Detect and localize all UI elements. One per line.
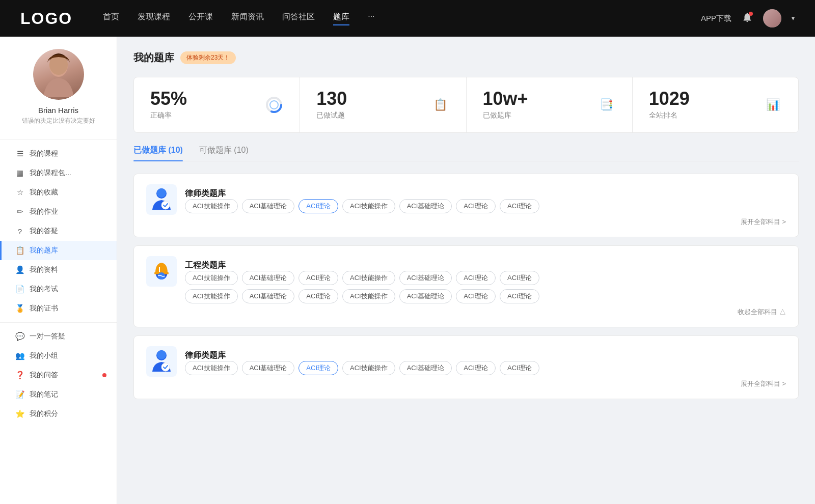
- nav-right: APP下载 ▾: [701, 9, 795, 27]
- star-icon: ☆: [15, 188, 24, 197]
- sidebar-item-qbank[interactable]: 📋 我的题库: [0, 241, 117, 260]
- tag-active[interactable]: ACI理论: [298, 199, 338, 213]
- page-header: 我的题库 体验剩余23天！: [133, 51, 799, 65]
- nav-home[interactable]: 首页: [103, 12, 119, 25]
- trial-badge: 体验剩余23天！: [180, 51, 236, 64]
- tag[interactable]: ACI技能操作: [342, 199, 395, 213]
- tag[interactable]: ACI理论: [456, 361, 496, 375]
- collapse-engineering[interactable]: 收起全部科目 △: [185, 307, 786, 317]
- sidebar-item-one-on-one[interactable]: 💬 一对一答疑: [0, 327, 117, 346]
- group-icon: 👥: [15, 351, 24, 360]
- tag[interactable]: ACI技能操作: [185, 361, 238, 375]
- sidebar-item-homework[interactable]: ✏ 我的作业: [0, 202, 117, 221]
- qbank-engineering-tags-row2: ACI技能操作 ACI基础理论 ACI理论 ACI技能操作 ACI基础理论 AC…: [185, 289, 786, 303]
- expand-lawyer2[interactable]: 展开全部科目 >: [185, 379, 786, 388]
- tag[interactable]: ACI基础理论: [399, 271, 452, 285]
- sidebar-item-notes[interactable]: 📝 我的笔记: [0, 385, 117, 404]
- sidebar-divider-1: [0, 139, 117, 140]
- qbank-engineering-icon: [146, 256, 177, 287]
- tag[interactable]: ACI基础理论: [399, 199, 452, 213]
- tag[interactable]: ACI技能操作: [342, 271, 395, 285]
- tab-done[interactable]: 已做题库 (10): [133, 145, 183, 161]
- qbank-lawyer-tags: ACI技能操作 ACI基础理论 ACI理论 ACI技能操作 ACI基础理论 AC…: [185, 199, 786, 213]
- tag[interactable]: ACI理论: [500, 271, 539, 285]
- sidebar-item-course-package[interactable]: ▦ 我的课程包...: [0, 163, 117, 183]
- tab-available[interactable]: 可做题库 (10): [199, 145, 249, 161]
- tag[interactable]: ACI技能操作: [185, 199, 238, 213]
- qbank-lawyer2-tags: ACI技能操作 ACI基础理论 ACI理论 ACI技能操作 ACI基础理论 AC…: [185, 361, 786, 375]
- sidebar-item-profile[interactable]: 👤 我的资料: [0, 260, 117, 279]
- tag[interactable]: ACI基础理论: [242, 199, 295, 213]
- tag[interactable]: ACI理论: [298, 271, 338, 285]
- stat-banks-label: 已做题库: [483, 111, 589, 120]
- tag[interactable]: ACI技能操作: [342, 361, 395, 375]
- doc-icon: 📄: [15, 285, 24, 294]
- tag[interactable]: ACI理论: [456, 271, 496, 285]
- sidebar-item-exam[interactable]: 📄 我的考试: [0, 279, 117, 299]
- svg-point-13: [157, 350, 166, 359]
- navbar: LOGO 首页 发现课程 公开课 新闻资讯 问答社区 题库 ··· APP下载 …: [0, 0, 815, 37]
- sidebar-item-questions[interactable]: ? 我的答疑: [0, 221, 117, 241]
- chevron-down-icon[interactable]: ▾: [792, 15, 795, 22]
- stat-ranking-icon: 📊: [764, 96, 782, 114]
- stat-done-value: 130: [316, 90, 423, 108]
- book-icon: 📋: [15, 246, 24, 255]
- tag[interactable]: ACI技能操作: [342, 289, 395, 303]
- tag[interactable]: ACI基础理论: [242, 361, 295, 375]
- nav-news[interactable]: 新闻资讯: [231, 12, 264, 25]
- cert-icon: 🏅: [15, 304, 24, 313]
- qbank-lawyer-title: 律师类题库: [185, 188, 786, 199]
- tag[interactable]: ACI理论: [456, 199, 496, 213]
- doc-blue-icon: 📋: [433, 98, 447, 111]
- notification-bell[interactable]: [742, 12, 753, 25]
- svg-point-14: [161, 363, 170, 371]
- stats-row: 55% 正确率 130 已做试题 📋: [133, 77, 799, 133]
- sidebar-item-my-qa[interactable]: ❓ 我的问答: [0, 366, 117, 385]
- tag[interactable]: ACI技能操作: [185, 289, 238, 303]
- sidebar-item-points[interactable]: ⭐ 我的积分: [0, 404, 117, 424]
- nav-discover[interactable]: 发现课程: [138, 12, 170, 25]
- nav-qbank[interactable]: 题库: [333, 12, 349, 25]
- profile-section: Brian Harris 错误的决定比没有决定要好: [0, 49, 117, 135]
- tag[interactable]: ACI基础理论: [399, 361, 452, 375]
- score-icon: ⭐: [15, 409, 24, 418]
- sidebar-item-group[interactable]: 👥 我的小组: [0, 346, 117, 366]
- tag-active[interactable]: ACI理论: [298, 361, 338, 375]
- stat-done-text: 130 已做试题: [316, 90, 423, 120]
- tag[interactable]: ACI理论: [500, 199, 539, 213]
- sidebar-item-cert[interactable]: 🏅 我的证书: [0, 299, 117, 318]
- edit-icon: ✏: [15, 207, 24, 216]
- nav-more[interactable]: ···: [368, 12, 374, 25]
- nav-qa[interactable]: 问答社区: [282, 12, 315, 25]
- avatar[interactable]: [763, 9, 781, 27]
- stat-done-icon: 📋: [431, 96, 450, 114]
- tag[interactable]: ACI理论: [456, 289, 496, 303]
- page-title: 我的题库: [133, 51, 174, 65]
- tag[interactable]: ACI基础理论: [242, 271, 295, 285]
- stat-ranking-text: 1029 全站排名: [649, 90, 755, 120]
- sidebar-item-my-courses[interactable]: ☰ 我的课程: [0, 144, 117, 163]
- tag[interactable]: ACI理论: [500, 361, 539, 375]
- stat-banks-text: 10w+ 已做题库: [483, 90, 589, 120]
- qbank-card-engineering: 工程类题库 ACI技能操作 ACI基础理论 ACI理论 ACI技能操作 ACI基…: [133, 245, 799, 327]
- stat-accuracy-icon: [265, 96, 283, 114]
- app-download-button[interactable]: APP下载: [701, 14, 731, 23]
- stat-banks-value: 10w+: [483, 90, 589, 108]
- expand-lawyer[interactable]: 展开全部科目 >: [185, 217, 786, 227]
- stat-accuracy-label: 正确率: [150, 111, 257, 120]
- tag[interactable]: ACI基础理论: [399, 289, 452, 303]
- tag[interactable]: ACI理论: [298, 289, 338, 303]
- file-icon: ☰: [15, 149, 24, 158]
- stat-ranking-label: 全站排名: [649, 111, 755, 120]
- sidebar-item-favorites[interactable]: ☆ 我的收藏: [0, 183, 117, 202]
- tag[interactable]: ACI理论: [500, 289, 539, 303]
- stat-ranking: 1029 全站排名 📊: [633, 77, 798, 132]
- bar-chart-icon: 📊: [766, 98, 780, 111]
- tag[interactable]: ACI技能操作: [185, 271, 238, 285]
- nav-links: 首页 发现课程 公开课 新闻资讯 问答社区 题库 ···: [103, 12, 701, 25]
- chat-icon: 💬: [15, 332, 24, 341]
- nav-open-course[interactable]: 公开课: [188, 12, 213, 25]
- tag[interactable]: ACI基础理论: [242, 289, 295, 303]
- lawyer-person-icon: [150, 187, 173, 212]
- stat-accuracy: 55% 正确率: [134, 77, 300, 132]
